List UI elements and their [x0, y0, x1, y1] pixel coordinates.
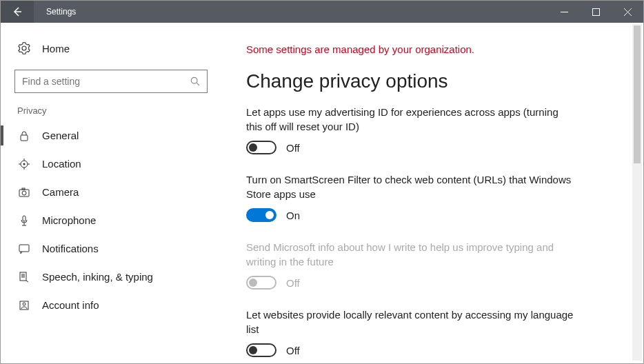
- gear-icon: [17, 42, 31, 54]
- sidebar-item-general[interactable]: General: [1, 121, 221, 150]
- home-label: Home: [42, 43, 70, 54]
- toggle-state-label: Off: [286, 277, 300, 289]
- scrollbar[interactable]: [632, 24, 642, 361]
- scrollbar-thumb[interactable]: [634, 26, 641, 163]
- sidebar-item-account[interactable]: Account info: [1, 291, 221, 319]
- maximize-icon: [592, 8, 600, 16]
- sidebar-item-label: Microphone: [42, 214, 96, 226]
- sidebar-item-label: Location: [42, 158, 81, 170]
- search-icon: [190, 77, 200, 86]
- microphone-icon: [17, 215, 31, 226]
- sidebar-item-label: Speech, inking, & typing: [42, 271, 153, 283]
- minimize-icon: [561, 8, 568, 16]
- account-icon: [17, 300, 31, 311]
- svg-rect-8: [23, 216, 26, 221]
- toggle-advertising-id[interactable]: [246, 141, 276, 154]
- sidebar-item-label: Notifications: [42, 243, 99, 254]
- sidebar-item-label: Account info: [42, 299, 99, 311]
- search-input[interactable]: [22, 76, 188, 87]
- setting-description: Turn on SmartScreen Filter to check web …: [246, 172, 577, 201]
- sidebar-item-location[interactable]: Location: [1, 150, 221, 178]
- toggle-typing-info: [246, 276, 276, 290]
- sidebar-item-camera[interactable]: Camera: [1, 178, 221, 206]
- svg-rect-2: [21, 135, 28, 141]
- sidebar-item-notifications[interactable]: Notifications: [1, 234, 221, 263]
- close-icon: [624, 8, 632, 16]
- search-box[interactable]: [14, 70, 208, 93]
- setting-description: Let websites provide locally relevant co…: [246, 307, 577, 336]
- camera-icon: [17, 187, 31, 198]
- location-icon: [17, 159, 31, 170]
- toggle-state-label: Off: [286, 142, 300, 154]
- window-title: Settings: [46, 7, 76, 17]
- sidebar-item-label: General: [42, 130, 79, 141]
- main-content: Some settings are managed by your organi…: [221, 23, 643, 363]
- back-button[interactable]: [1, 1, 34, 23]
- svg-point-1: [191, 77, 197, 83]
- toggle-smartscreen[interactable]: [246, 208, 276, 222]
- sidebar-item-label: Camera: [42, 186, 79, 198]
- notifications-icon: [17, 243, 31, 254]
- svg-rect-7: [22, 188, 25, 190]
- back-arrow-icon: [12, 6, 23, 17]
- toggle-language-list[interactable]: [246, 343, 276, 357]
- setting-description: Let apps use my advertising ID for exper…: [246, 105, 577, 134]
- setting-description: Send Microsoft info about how I write to…: [246, 240, 577, 269]
- svg-rect-10: [20, 272, 26, 281]
- setting-typing-info: Send Microsoft info about how I write to…: [246, 240, 577, 290]
- svg-rect-0: [592, 8, 599, 15]
- sidebar: Home Privacy General Location Camera Mic…: [1, 23, 221, 363]
- category-label: Privacy: [1, 105, 221, 121]
- titlebar: Settings: [1, 1, 643, 23]
- svg-point-4: [23, 163, 26, 165]
- setting-advertising-id: Let apps use my advertising ID for exper…: [246, 105, 577, 154]
- svg-point-12: [23, 303, 26, 305]
- svg-rect-9: [19, 245, 29, 252]
- window-controls: [548, 1, 643, 23]
- org-notice: Some settings are managed by your organi…: [246, 43, 616, 55]
- svg-point-6: [22, 191, 26, 195]
- minimize-button[interactable]: [548, 1, 580, 23]
- speech-icon: [17, 272, 31, 283]
- setting-smartscreen: Turn on SmartScreen Filter to check web …: [246, 172, 577, 222]
- maximize-button[interactable]: [580, 1, 612, 23]
- setting-language-list: Let websites provide locally relevant co…: [246, 307, 577, 357]
- sidebar-item-microphone[interactable]: Microphone: [1, 206, 221, 234]
- page-heading: Change privacy options: [246, 70, 616, 92]
- close-button[interactable]: [612, 1, 643, 23]
- toggle-state-label: Off: [286, 345, 300, 356]
- sidebar-item-speech[interactable]: Speech, inking, & typing: [1, 263, 221, 291]
- home-link[interactable]: Home: [1, 37, 221, 64]
- lock-icon: [17, 130, 31, 141]
- toggle-state-label: On: [286, 210, 300, 221]
